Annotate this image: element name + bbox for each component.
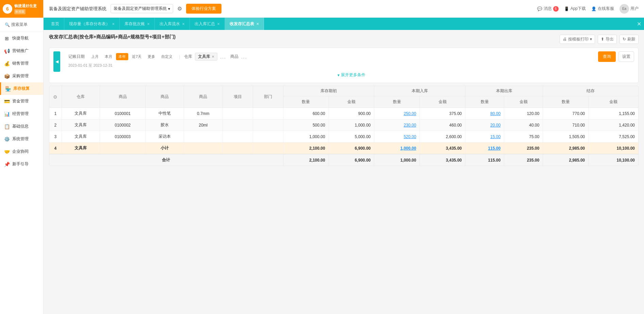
logo-icon: 6: [3, 4, 12, 14]
date-btn-more[interactable]: 更多: [145, 53, 158, 60]
tab-close-recv-send[interactable]: ✕: [256, 22, 259, 26]
th-group-opening: 库存期初: [283, 86, 374, 96]
tab-close-summary[interactable]: ✕: [217, 22, 220, 26]
sidebar-logo: 6 畅捷通好生意 标准版: [0, 0, 43, 18]
system-title: 装备及固定资产辅助管理系统: [49, 6, 106, 12]
table-cell[interactable]: 230.00: [374, 119, 420, 131]
footer-in-amt: 3,435.00: [420, 154, 465, 166]
table-cell: [222, 131, 253, 143]
sidebar-item-business[interactable]: 📊 经营管理: [0, 108, 43, 120]
sidebar-item-inventory[interactable]: 🏪 库存核算: [0, 82, 43, 95]
date-label: 记账日期: [68, 54, 85, 60]
tab-summary[interactable]: 出入库汇总 ✕: [190, 18, 225, 30]
table-cell: 900.00: [329, 108, 374, 119]
tabbar: 首页 现存量（库存分布表） ✕ 库存批次账 ✕ 出入库流水 ✕ 出入库汇总 ✕ …: [44, 18, 644, 30]
table-cell[interactable]: 1,000.00: [374, 143, 420, 154]
date-btn-7days[interactable]: 近7天: [130, 53, 144, 60]
table-cell: [253, 143, 283, 154]
table-cell: 3,435.00: [420, 143, 465, 154]
table-cell[interactable]: 80.00: [465, 108, 504, 119]
table-row: 1文具库0100001中性笔0.7mm600.00900.00250.00375…: [49, 108, 638, 119]
service-icon: 👤: [591, 6, 596, 11]
table-cell[interactable]: 20.00: [465, 119, 504, 131]
table-cell: 75.00: [504, 131, 543, 143]
app-download-button[interactable]: 📱 App下载: [564, 6, 586, 12]
table-cell: 3: [49, 131, 62, 143]
print-button[interactable]: 🖨 按模板打印 ▾: [560, 35, 595, 44]
date-btn-this-month[interactable]: 本月: [102, 53, 115, 60]
table-cell: 1,155.00: [589, 108, 638, 119]
tabbar-end: ✕: [637, 21, 641, 27]
search-menu-button[interactable]: 🔍 搜索菜单: [3, 20, 40, 29]
refresh-button[interactable]: ↻ 刷新: [620, 35, 639, 44]
sidebar-item-collab[interactable]: 🤝 企业协同: [0, 145, 43, 158]
th-in-qty: 数量: [374, 96, 420, 108]
online-service-button[interactable]: 👤 在线客服: [591, 6, 614, 12]
table-cell: 1,420.00: [589, 119, 638, 131]
table-cell: 文具库: [62, 143, 100, 154]
query-button[interactable]: 查询: [598, 51, 616, 62]
th-dept: 部门: [253, 86, 283, 108]
sidebar-item-quick-nav[interactable]: ⊞ 快捷导航: [0, 32, 43, 45]
system-selector[interactable]: 装备及固定资产辅助管理系统 ▾: [111, 4, 173, 13]
date-btn-last-month[interactable]: 上月: [89, 53, 101, 60]
purchase-icon: 📦: [4, 73, 10, 79]
sidebar-item-purchase[interactable]: 📦 采购管理: [0, 70, 43, 82]
message-button[interactable]: 💬 消息 6: [537, 6, 559, 12]
close-all-tabs-button[interactable]: ✕: [637, 21, 641, 27]
warehouse-tag: 文具库 ✕: [195, 53, 217, 61]
export-button[interactable]: ⬆ 导出: [598, 35, 617, 44]
column-settings-icon[interactable]: ⚙: [53, 94, 57, 100]
th-opening-amt: 金额: [329, 96, 374, 108]
expand-more-conditions-button[interactable]: ▾ 展开更多条件: [335, 71, 368, 79]
sidebar-item-basic[interactable]: 📋 基础信息: [0, 120, 43, 133]
table-cell: [253, 108, 283, 119]
page-content: 收发存汇总表(按仓库+商品编码+商品+规格型号+项目+部门) 🖨 按模板打印 ▾…: [44, 30, 644, 314]
warehouse-more-button[interactable]: ...: [220, 54, 226, 60]
table-cell: 胶水: [146, 119, 184, 131]
tab-inventory-dist[interactable]: 现存量（库存分布表） ✕: [64, 18, 120, 30]
tab-batch[interactable]: 库存批次账 ✕: [120, 18, 155, 30]
filter-collapse-button[interactable]: ◀: [53, 51, 60, 72]
table-cell: 10,100.00: [589, 143, 638, 154]
goods-more-button[interactable]: ...: [241, 54, 247, 60]
warehouse-filter: 仓库 文具库 ✕ ...: [184, 53, 226, 61]
table-cell: 2: [49, 119, 62, 131]
table-cell: 1,000.00: [329, 119, 374, 131]
th-settings[interactable]: ⚙: [49, 86, 62, 108]
sidebar-item-sales[interactable]: 💰 销售管理: [0, 57, 43, 70]
date-btn-this-year[interactable]: 本年: [116, 53, 128, 60]
sidebar-item-marketing[interactable]: 📢 营销推广: [0, 45, 43, 57]
table-cell: 文具库: [62, 108, 100, 119]
warehouse-tag-close[interactable]: ✕: [212, 55, 214, 59]
sidebar-item-system[interactable]: ⚙️ 系统管理: [0, 133, 43, 145]
page-title: 收发存汇总表(按仓库+商品编码+商品+规格型号+项目+部门): [49, 34, 176, 40]
try-button[interactable]: 体验行业方案: [186, 4, 221, 14]
table-cell: 1: [49, 108, 62, 119]
tab-close-inventory-dist[interactable]: ✕: [112, 22, 115, 26]
footer-end-qty: 2,985.00: [543, 154, 589, 166]
table-cell: 20ml: [184, 119, 222, 131]
table-cell[interactable]: 15.00: [465, 131, 504, 143]
tab-home[interactable]: 首页: [46, 18, 64, 30]
table-header-row1: ⚙ 仓库 商品 商品 商品 项目 部门 库存期初 本期入库 本期出库 结存: [49, 86, 638, 96]
sidebar-item-finance[interactable]: 💳 资金管理: [0, 95, 43, 108]
date-btn-custom[interactable]: 自定义: [159, 53, 175, 60]
th-out-amt: 金额: [504, 96, 543, 108]
table-cell[interactable]: 115.00: [465, 143, 504, 154]
settings-icon[interactable]: ⚙: [177, 5, 182, 12]
table-cell: 0100001: [100, 108, 146, 119]
tab-close-flow[interactable]: ✕: [182, 22, 185, 26]
tab-recv-send[interactable]: 收发存汇总表 ✕: [225, 18, 264, 30]
table-cell[interactable]: 250.00: [374, 108, 420, 119]
user-area[interactable]: Ea 用户: [620, 4, 639, 14]
table-cell: [184, 143, 222, 154]
filter-settings-button[interactable]: 设置: [618, 51, 634, 62]
tab-flow[interactable]: 出入库流水 ✕: [155, 18, 190, 30]
sidebar-item-guide[interactable]: 📌 新手引导: [0, 158, 43, 170]
tab-close-batch[interactable]: ✕: [147, 22, 150, 26]
export-icon: ⬆: [601, 37, 604, 42]
table-cell: 600.00: [283, 108, 329, 119]
search-icon: 🔍: [5, 22, 10, 27]
table-cell[interactable]: 520.00: [374, 131, 420, 143]
